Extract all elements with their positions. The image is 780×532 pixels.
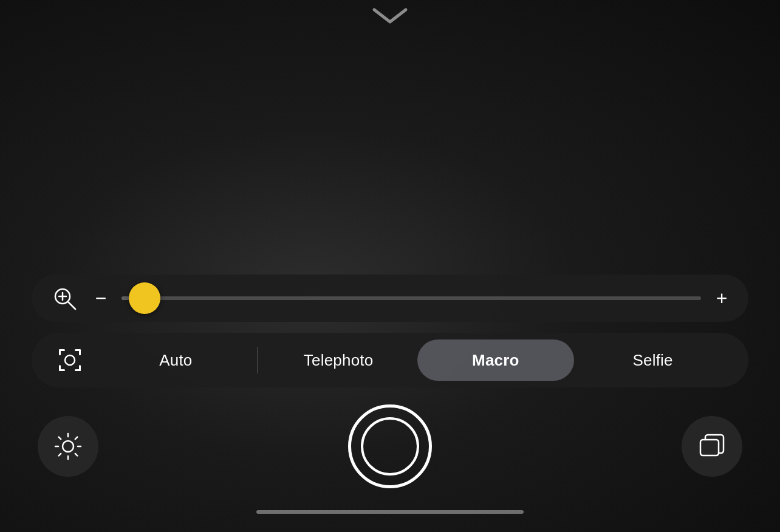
chevron-down-icon: [368, 5, 412, 27]
svg-line-1: [68, 302, 75, 309]
svg-rect-14: [700, 440, 719, 455]
svg-rect-9: [59, 365, 61, 371]
gallery-button[interactable]: [682, 416, 742, 477]
zoom-minus-button[interactable]: −: [91, 287, 111, 310]
mode-button-selfie[interactable]: Selfie: [574, 339, 731, 381]
settings-button[interactable]: [38, 416, 98, 477]
mode-button-macro[interactable]: Macro: [417, 339, 575, 381]
mode-button-telephoto[interactable]: Telephoto: [260, 339, 417, 381]
svg-rect-5: [59, 349, 61, 355]
svg-point-12: [65, 355, 75, 365]
zoom-bar: − +: [32, 275, 748, 322]
camera-mode-bar: Auto Telephoto Macro Selfie: [32, 333, 748, 387]
zoom-icon: [49, 282, 80, 314]
home-indicator: [256, 510, 524, 514]
mode-button-auto[interactable]: Auto: [97, 339, 255, 381]
zoom-plus-button[interactable]: +: [712, 287, 731, 310]
shutter-inner-ring: [361, 417, 419, 476]
svg-rect-11: [79, 365, 81, 371]
bottom-controls-row: [32, 404, 748, 488]
collapse-handle[interactable]: [368, 5, 412, 29]
camera-controls-container: − + Auto Telephoto Macro: [0, 275, 780, 532]
gear-icon: [52, 430, 84, 463]
svg-point-13: [63, 441, 74, 452]
gallery-icon: [696, 430, 728, 463]
camera-mode-icon: [49, 339, 91, 381]
svg-rect-7: [79, 349, 81, 355]
zoom-slider-thumb[interactable]: [129, 282, 160, 314]
zoom-slider-track[interactable]: [121, 296, 701, 300]
shutter-button[interactable]: [348, 404, 432, 488]
mode-divider: [257, 347, 258, 373]
